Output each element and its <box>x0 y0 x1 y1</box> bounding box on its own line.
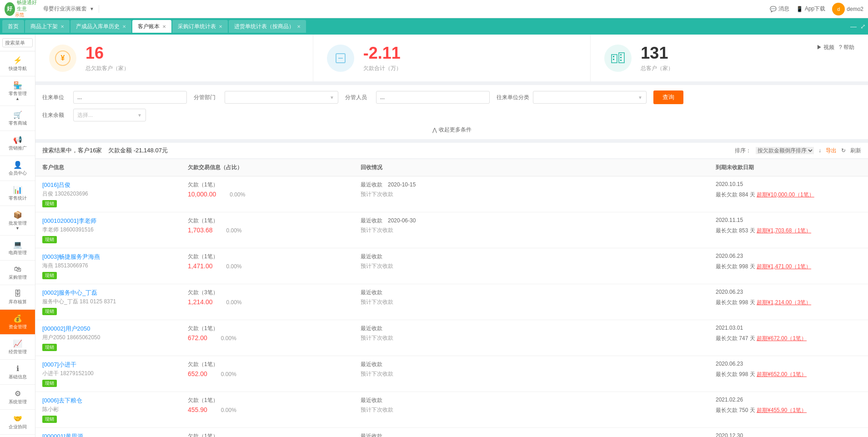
customer-name-3[interactable]: [0002]服务中心_丁磊 <box>42 289 188 297</box>
table-row[interactable]: [0001020001]李老师 李老师 18600391516 现销 欠款（1笔… <box>35 212 868 248</box>
app-download-btn[interactable]: 📱 App下载 <box>796 5 825 13</box>
tab-customer-account-close-icon[interactable]: ✕ <box>162 24 166 29</box>
sidebar-item-finance[interactable]: 💰 资金管理 <box>0 310 35 335</box>
sidebar-item-purchase-mgmt[interactable]: 🛍 采购管理 <box>0 261 35 285</box>
tab-customer-account[interactable]: 客户账本 ✕ <box>132 20 171 33</box>
industry-dropdown[interactable]: 母婴行业演示账套 ▼ <box>39 5 99 13</box>
table-row[interactable]: [0016]吕俊 吕俊 13026203696 现销 欠款（1笔） 10,000… <box>35 176 868 212</box>
cell-payback-1: 最近收款 2020-06-30 预计下次收款 <box>361 217 716 234</box>
sidebar-item-member-center[interactable]: 👤 会员中心 <box>0 156 35 181</box>
filter-manager-input[interactable]: ... <box>376 91 490 104</box>
tab-inbound-stats[interactable]: 进货单统计表（按商品） ✕ <box>229 20 306 33</box>
overdue-row-1: 2020.11.15 最长欠款 853 天 超期¥1,703.68（1笔） <box>716 217 861 235</box>
tab-maximize-icon[interactable]: ⤢ <box>860 23 866 30</box>
debt-row-5: 652.00 0.00% <box>188 370 361 377</box>
search-button[interactable]: 查询 <box>653 90 683 104</box>
tab-product-up-down[interactable]: 商品上下架 ✕ <box>25 20 70 33</box>
help-btn[interactable]: ? 帮助 <box>839 44 854 51</box>
video-btn[interactable]: ▶ 视频 <box>817 44 834 51</box>
sidebar-item-system-mgmt[interactable]: ⚙ 系统管理 <box>0 385 35 410</box>
sidebar-item-new-guide[interactable]: 🎯 新手引导 <box>0 435 35 437</box>
tab-purchase-order-label: 采购订单统计表 <box>178 23 216 30</box>
customer-tag-0: 现销 <box>42 200 57 207</box>
payback-date-6: 最近收款 <box>361 397 716 404</box>
filter-unit-category-input[interactable]: ▼ <box>533 91 647 104</box>
customer-tag-1: 现销 <box>42 236 57 243</box>
table-row[interactable]: [000001]黄思源 黄思源 13552700226 现销 欠款（1笔） 42… <box>35 428 868 437</box>
customer-name-1[interactable]: [0001020001]李老师 <box>42 217 188 225</box>
sidebar-item-retail-mgmt[interactable]: 🏪 零售管理 ▲ <box>0 76 35 106</box>
overdue-days-6: 最长欠款 750 天 超期¥455.90（1笔） <box>716 407 861 414</box>
top-bar: 好 畅捷通好生意 示范 母婴行业演示账套 ▼ 💬 消息 📱 App下载 d de… <box>0 0 868 18</box>
sidebar-item-marketing[interactable]: 📢 营销推广 <box>0 131 35 156</box>
sidebar-item-ops-mgmt-label: 经营管理 <box>9 349 27 355</box>
filter-from-unit-input[interactable]: ... <box>73 91 187 104</box>
overdue-link-1[interactable]: 超期¥1,703.68（1笔） <box>757 227 811 234</box>
overdue-date-5: 2020.06.23 <box>716 361 861 367</box>
tab-purchase-order-close-icon[interactable]: ✕ <box>219 24 222 29</box>
user-avatar[interactable]: d demo2 <box>832 3 863 15</box>
customer-name-6[interactable]: [0006]去下粮仓 <box>42 397 188 405</box>
sidebar-search-input[interactable] <box>2 38 33 47</box>
tab-purchase-order[interactable]: 采购订单统计表 ✕ <box>172 20 228 33</box>
debt-amount-6: 455.90 <box>188 406 207 413</box>
table-row[interactable]: [000002]用户2050 用户2050 18665062050 现销 欠款（… <box>35 320 868 356</box>
message-btn[interactable]: 💬 消息 <box>770 5 789 13</box>
tab-home[interactable]: 首页 <box>2 20 24 33</box>
sidebar-item-enterprise-collab[interactable]: 🤝 企业协同 <box>0 410 35 435</box>
logo-area: 好 畅捷通好生意 示范 <box>5 0 39 18</box>
sort-select[interactable]: 按欠款金额倒序排序 <box>756 147 814 154</box>
filter-balance-input[interactable]: 选择... ▼ <box>73 109 146 121</box>
overdue-link-0[interactable]: 超期¥10,000.00（1笔） <box>757 191 814 198</box>
tab-inbound-stats-label: 进货单统计表（按商品） <box>234 23 294 30</box>
payback-next-0: 预计下次收款 <box>361 191 716 198</box>
tab-minimize-icon[interactable]: — <box>850 23 857 30</box>
overdue-link-5[interactable]: 超期¥652.00（1笔） <box>757 371 807 377</box>
sidebar-item-ops-mgmt[interactable]: 📈 经营管理 <box>0 335 35 360</box>
marketing-icon: 📢 <box>13 136 22 144</box>
overdue-link-3[interactable]: 超期¥1,214.00（3笔） <box>757 299 811 306</box>
overdue-link-2[interactable]: 超期¥1,471.00（1笔） <box>757 263 811 270</box>
sidebar-item-batch-mgmt[interactable]: 📦 批发管理 ▼ <box>0 206 35 236</box>
filter-from-unit: 往来单位 ... <box>42 91 187 104</box>
tab-product-up-down-close-icon[interactable]: ✕ <box>60 24 64 29</box>
tab-inbound-stats-close-icon[interactable]: ✕ <box>297 24 301 29</box>
customer-tag-3: 现销 <box>42 308 57 315</box>
table-row[interactable]: [0006]去下粮仓 陈小彬 现销 欠款（1笔） 455.90 0.00% 最近… <box>35 392 868 428</box>
tab-production-history[interactable]: 产成品入库单历史 ✕ <box>70 20 131 33</box>
logo-icon: 好 <box>5 2 15 16</box>
sidebar-item-inventory[interactable]: 🗄 库存核算 <box>0 285 35 310</box>
collapse-label: 收起更多条件 <box>439 126 472 134</box>
sidebar-item-member-center-label: 会员中心 <box>9 171 27 176</box>
overdue-link-6[interactable]: 超期¥455.90（1笔） <box>757 407 807 413</box>
customer-name-4[interactable]: [000002]用户2050 <box>42 325 188 333</box>
table-row[interactable]: [0002]服务中心_丁磊 服务中心_丁磊 181 0125 8371 现销 欠… <box>35 284 868 320</box>
sidebar-item-quick-nav[interactable]: ⚡ 快捷导航 <box>0 51 35 76</box>
debt-percent-5: 0.00% <box>221 371 236 377</box>
debt-amount-3: 1,214.00 <box>188 298 213 306</box>
sidebar-item-retail-mall[interactable]: 🛒 零售商城 <box>0 106 35 131</box>
tab-production-history-close-icon[interactable]: ✕ <box>122 24 126 29</box>
sidebar-item-system-mgmt-label: 系统管理 <box>9 399 27 405</box>
collapse-button[interactable]: ⋀ 收起更多条件 <box>432 126 472 134</box>
customer-name-0[interactable]: [0016]吕俊 <box>42 181 188 189</box>
card-owed-customers-label: 总欠款客户（家） <box>85 65 299 72</box>
video-icon: ▶ <box>817 44 822 50</box>
sidebar-item-retail-stats[interactable]: 📊 零售统计 <box>0 181 35 206</box>
table-row[interactable]: [0003]畅捷服务尹海燕 海燕 18513066976 现销 欠款（1笔） 1… <box>35 248 868 284</box>
collapse-row: ⋀ 收起更多条件 <box>42 126 861 134</box>
sidebar-item-ecommerce[interactable]: 💻 电商管理 <box>0 236 35 261</box>
payback-date-4: 最近收款 <box>361 325 716 332</box>
refresh-btn[interactable]: 刷新 <box>850 147 861 155</box>
card-owed-customers-icon: ¥ <box>49 45 76 72</box>
export-btn[interactable]: 导出 <box>826 147 837 155</box>
sidebar-item-basic-info[interactable]: ℹ 基础信息 <box>0 360 35 385</box>
filter-dept-input[interactable]: ▼ <box>225 91 338 104</box>
debt-row-6: 455.90 0.00% <box>188 406 361 413</box>
customer-name-5[interactable]: [0007]小进干 <box>42 361 188 369</box>
overdue-link-4[interactable]: 超期¥672.00（1笔） <box>757 335 807 342</box>
customer-name-7[interactable]: [000001]黄思源 <box>42 432 188 437</box>
table-row[interactable]: [0007]小进干 小进干 18279152100 现销 欠款（1笔） 652.… <box>35 356 868 392</box>
customer-name-2[interactable]: [0003]畅捷服务尹海燕 <box>42 253 188 261</box>
payback-row-6: 最近收款 预计下次收款 <box>361 397 716 414</box>
